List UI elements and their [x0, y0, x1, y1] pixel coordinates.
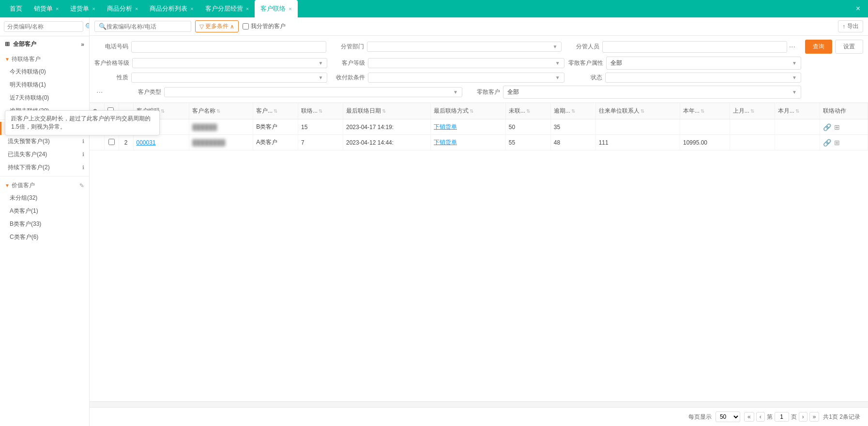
- row2-this-month: [775, 135, 820, 150]
- row2-last-method[interactable]: 下销货单: [431, 135, 506, 150]
- nature-select[interactable]: ▼: [131, 73, 327, 83]
- row2-check[interactable]: [104, 135, 119, 150]
- price-level-select[interactable]: ▼: [132, 58, 327, 68]
- row2-last-month: [730, 135, 775, 150]
- page-size-select[interactable]: 20 50 100: [716, 411, 740, 422]
- first-page-button[interactable]: «: [744, 412, 754, 422]
- sidebar-group-pending: ▼ 待联络客户 今天待联络(0) 明天待联络(1) 近7天待联络(0) 逾期未联…: [0, 52, 89, 118]
- sidebar-item-tomorrow[interactable]: 明天待联络(1): [0, 78, 89, 91]
- my-customers-checkbox-label[interactable]: 我分管的客户: [243, 22, 286, 30]
- sidebar-item-c-class[interactable]: C类客户(6): [0, 231, 89, 244]
- sidebar-collapse-arrow[interactable]: »: [81, 41, 84, 48]
- row1-this-year: [680, 119, 730, 135]
- horizontal-scrollbar[interactable]: [90, 401, 868, 407]
- nav-home[interactable]: 首页: [4, 0, 28, 17]
- col-contacts[interactable]: 联络...⇅: [298, 103, 343, 119]
- sidebar-item-churn-warning[interactable]: 流失预警客户(3) ℹ: [0, 135, 89, 148]
- sidebar-item-today[interactable]: 今天待联络(0): [0, 65, 89, 78]
- sort-icon-this-month: ⇅: [795, 108, 799, 114]
- row2-link-icon[interactable]: 🔗: [823, 139, 831, 147]
- retail-customer-select[interactable]: 全部 ▼: [503, 86, 801, 99]
- next-page-button[interactable]: ›: [799, 412, 807, 422]
- sidebar-item-7days[interactable]: 近7天待联络(0): [0, 91, 89, 104]
- col-name[interactable]: 客户名称⇅: [189, 103, 253, 119]
- nav-product-list-close[interactable]: ×: [190, 6, 193, 12]
- my-customers-checkbox[interactable]: [243, 23, 249, 29]
- filter-actions: 查询 设置: [805, 40, 863, 54]
- search-icon: 🔍: [99, 23, 107, 30]
- nav-customer-contact[interactable]: 客户联络 ×: [255, 0, 297, 17]
- filter-retail-attr: 零散客户属性 全部 ▼: [568, 57, 801, 70]
- sort-icon-overdue: ⇅: [571, 108, 575, 114]
- customer-type-select[interactable]: ▼: [164, 87, 462, 97]
- row2-contact-person: 111: [595, 135, 680, 150]
- nav-purchase[interactable]: 进货单 ×: [64, 0, 101, 17]
- row1-link-icon[interactable]: 🔗: [823, 123, 831, 131]
- top-nav: 首页 销货单 × 进货单 × 商品分析 × 商品分析列表 × 客户分层经营 × …: [0, 0, 868, 17]
- sidebar-item-ungrouped[interactable]: 未分组(32): [0, 191, 89, 205]
- manager-input[interactable]: [602, 41, 787, 53]
- window-close[interactable]: ×: [852, 4, 864, 13]
- row1-grid-icon[interactable]: ⊞: [834, 123, 840, 131]
- sidebar-item-b-class[interactable]: B类客户(33): [0, 218, 89, 231]
- col-this-year[interactable]: 本年...⇅: [680, 103, 730, 119]
- export-button[interactable]: ↑ 导出: [838, 20, 863, 32]
- search-input[interactable]: [107, 23, 184, 30]
- row2-action: 🔗 ⊞: [820, 135, 868, 150]
- nav-customer-tier-close[interactable]: ×: [246, 6, 249, 12]
- dept-select[interactable]: ▼: [367, 42, 562, 52]
- manager-more-dots[interactable]: ···: [787, 43, 797, 51]
- nav-customer-contact-close[interactable]: ×: [289, 6, 291, 12]
- payment-select[interactable]: ▼: [368, 73, 564, 83]
- sidebar-search-button[interactable]: 🔍: [85, 23, 90, 30]
- col-last-month[interactable]: 上月...⇅: [730, 103, 775, 119]
- row2-grid-icon[interactable]: ⊞: [834, 139, 840, 147]
- customer-level-select[interactable]: ▼: [368, 58, 564, 68]
- query-button[interactable]: 查询: [805, 40, 832, 54]
- sort-icon-contact-person: ⇅: [640, 108, 644, 114]
- retail-attr-select[interactable]: 全部 ▼: [606, 57, 801, 70]
- nav-product-analysis[interactable]: 商品分析 ×: [101, 0, 144, 17]
- nav-product-analysis-close[interactable]: ×: [135, 6, 138, 12]
- set-button[interactable]: 设置: [835, 40, 863, 54]
- row2-code[interactable]: 000031: [133, 135, 189, 150]
- nav-sales-close[interactable]: ×: [56, 6, 59, 12]
- nav-purchase-close[interactable]: ×: [92, 6, 95, 12]
- row2-type: A类客户: [253, 135, 298, 150]
- sidebar-item-churned[interactable]: 已流失客户(24) ℹ: [0, 148, 89, 161]
- row1-last-method[interactable]: 下销货单: [431, 119, 506, 135]
- prev-page-button[interactable]: ‹: [756, 412, 765, 422]
- status-select[interactable]: ▼: [605, 73, 801, 83]
- sort-icon-contacts: ⇅: [319, 108, 322, 114]
- nav-product-list[interactable]: 商品分析列表 ×: [144, 0, 199, 17]
- sidebar-item-a-class[interactable]: A类客户(1): [0, 205, 89, 218]
- retail-customer-arrow-icon: ▼: [792, 89, 797, 95]
- col-type[interactable]: 客户...⇅: [253, 103, 298, 119]
- payment-arrow-icon: ▼: [555, 75, 560, 80]
- col-overdue[interactable]: 逾期...⇅: [550, 103, 595, 119]
- col-last-method[interactable]: 最后联络方式⇅: [431, 103, 506, 119]
- nav-sales[interactable]: 销货单 ×: [28, 0, 64, 17]
- col-last-date[interactable]: 最后联络日期⇅: [343, 103, 431, 119]
- sidebar-group-pending-title[interactable]: ▼ 待联络客户: [0, 52, 89, 65]
- col-not-contacted[interactable]: 未联...⇅: [505, 103, 550, 119]
- col-this-month[interactable]: 本月...⇅: [775, 103, 820, 119]
- sidebar-item-declining[interactable]: 持续下滑客户(2) ℹ: [0, 161, 89, 174]
- more-conditions-button[interactable]: ▽ 更多条件 ∧: [195, 20, 239, 32]
- row2-contacts: 7: [298, 135, 343, 150]
- phone-input[interactable]: [131, 41, 326, 53]
- triangle-icon: ▼: [5, 57, 10, 62]
- page-number-input[interactable]: [775, 412, 789, 422]
- sidebar-search-input[interactable]: [4, 21, 83, 32]
- price-level-label: 客户价格等级: [94, 59, 129, 67]
- status-arrow-icon: ▼: [792, 75, 797, 80]
- row2-checkbox[interactable]: [108, 139, 115, 145]
- col-contact-person[interactable]: 往来单位联系人⇅: [595, 103, 680, 119]
- nav-customer-tier[interactable]: 客户分层经营 ×: [199, 0, 255, 17]
- content-area: 🔍 ▽ 更多条件 ∧ 我分管的客户 ↑ 导出 电话号码: [90, 17, 868, 426]
- sidebar-group-value-title[interactable]: ▼ 价值客户 ✎: [0, 178, 89, 191]
- table-header-row: ⚙ 客户编码⇅ 客户名称⇅ 客户...⇅ 联络...⇅ 最后联络日期⇅ 最后联络…: [90, 103, 868, 119]
- edit-icon-value[interactable]: ✎: [79, 182, 84, 189]
- last-page-button[interactable]: »: [809, 412, 820, 422]
- more-dots-icon[interactable]: ···: [94, 88, 105, 97]
